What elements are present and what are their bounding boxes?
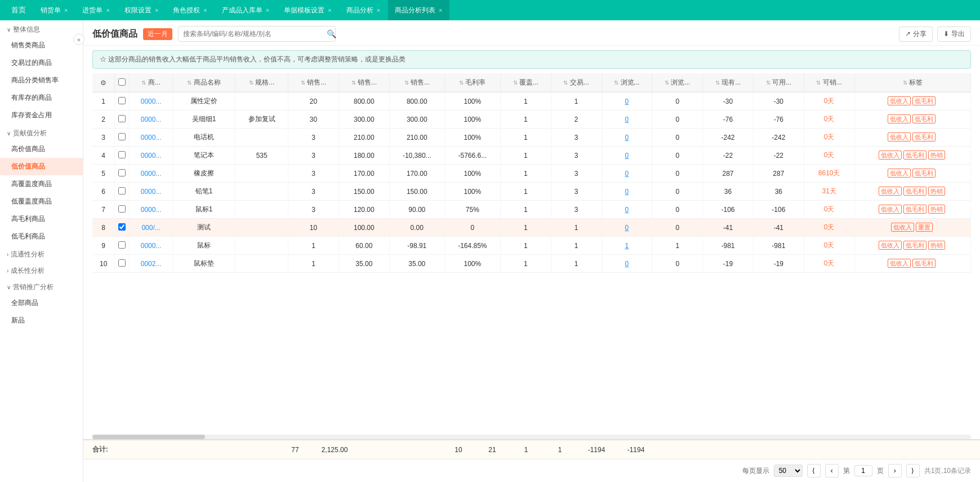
row-view1[interactable]: 0 bbox=[602, 110, 652, 129]
sidebar-item-inventory-products[interactable]: 有库存的商品 bbox=[0, 89, 83, 107]
sidebar-item-inventory-capital[interactable]: 库存资金占用 bbox=[0, 107, 83, 124]
sidebar-item-low-coverage[interactable]: 低覆盖度商品 bbox=[0, 193, 83, 210]
row-sales-qty: 1 bbox=[288, 237, 339, 255]
nav-purchase-order[interactable]: 进货单 × bbox=[75, 0, 116, 20]
row-view1[interactable]: 0 bbox=[602, 219, 652, 237]
row-checkbox[interactable] bbox=[118, 169, 126, 176]
data-table-wrapper[interactable]: ⚙ ⇅ 商... ⇅ 商品名称 ⇅ 规格... ⇅ 销售... ⇅ 销售... … bbox=[83, 73, 980, 435]
row-checkbox[interactable] bbox=[118, 115, 126, 122]
next-page-button[interactable]: › bbox=[888, 464, 902, 477]
row-checkbox[interactable] bbox=[118, 97, 126, 104]
row-view1[interactable]: 1 bbox=[602, 237, 652, 255]
row-tags: 低收入低毛利热销 bbox=[854, 183, 970, 201]
page-size-select[interactable]: 50 100 bbox=[774, 465, 803, 477]
row-checkbox-cell[interactable] bbox=[115, 219, 130, 237]
sidebar-item-high-margin[interactable]: 高毛利商品 bbox=[0, 210, 83, 228]
nav-template-settings[interactable]: 单据模板设置 × bbox=[277, 0, 338, 20]
row-spec bbox=[235, 255, 288, 273]
row-view1[interactable]: 0 bbox=[602, 165, 652, 183]
row-checkbox[interactable] bbox=[118, 223, 126, 231]
close-icon[interactable]: × bbox=[439, 7, 442, 14]
row-checkbox-cell[interactable] bbox=[115, 147, 130, 165]
nav-product-inbound[interactable]: 产成品入库单 × bbox=[215, 0, 276, 20]
sidebar-item-low-value[interactable]: 低价值商品 bbox=[0, 158, 83, 175]
share-button[interactable]: ↗ 分享 bbox=[899, 26, 933, 42]
close-icon[interactable]: × bbox=[155, 7, 158, 14]
nav-product-analysis-list[interactable]: 商品分析列表 × bbox=[388, 0, 449, 20]
sidebar-group-liquidity[interactable]: › 流通性分析 bbox=[0, 245, 83, 262]
row-checkbox[interactable] bbox=[118, 133, 126, 140]
close-icon[interactable]: × bbox=[64, 7, 68, 14]
sidebar-collapse-button[interactable]: « bbox=[73, 34, 84, 45]
nav-product-analysis[interactable]: 商品分析 × bbox=[340, 0, 387, 20]
total-view2: 1 bbox=[543, 446, 577, 454]
row-name: 笔记本 bbox=[172, 147, 235, 165]
row-spec bbox=[235, 165, 288, 183]
nav-home[interactable]: 首页 bbox=[5, 0, 33, 20]
row-view1[interactable]: 0 bbox=[602, 201, 652, 219]
search-button[interactable]: 🔍 bbox=[327, 29, 336, 38]
search-input[interactable] bbox=[178, 26, 336, 42]
row-available: -22 bbox=[753, 147, 804, 165]
first-page-button[interactable]: ⟨ bbox=[807, 464, 821, 477]
row-checkbox[interactable] bbox=[118, 241, 126, 249]
row-checkbox-cell[interactable] bbox=[115, 201, 130, 219]
row-checkbox[interactable] bbox=[118, 151, 126, 158]
close-icon[interactable]: × bbox=[328, 7, 331, 14]
export-button[interactable]: ⬇ 导出 bbox=[937, 26, 971, 42]
row-checkbox-cell[interactable] bbox=[115, 92, 130, 110]
margin-col-header: ⇅ 毛利率 bbox=[444, 73, 500, 92]
time-filter-button[interactable]: 近一月 bbox=[143, 28, 172, 40]
export-icon: ⬇ bbox=[943, 30, 949, 38]
last-page-button[interactable]: ⟩ bbox=[906, 464, 920, 477]
sidebar-group-marketing[interactable]: ∨ 营销推广分析 bbox=[0, 278, 83, 294]
row-checkbox[interactable] bbox=[118, 187, 126, 194]
sidebar-item-high-value[interactable]: 高价值商品 bbox=[0, 140, 83, 158]
row-checkbox[interactable] bbox=[118, 205, 126, 213]
sidebar-item-all-products[interactable]: 全部商品 bbox=[0, 294, 83, 312]
current-page-input[interactable] bbox=[854, 465, 872, 476]
row-checkbox-cell[interactable] bbox=[115, 255, 130, 273]
row-sales-price: 100.00 bbox=[338, 219, 389, 237]
prev-page-button[interactable]: ‹ bbox=[825, 464, 839, 477]
nav-sales-order[interactable]: 销货单 × bbox=[34, 0, 74, 20]
sidebar-item-traded-products[interactable]: 交易过的商品 bbox=[0, 54, 83, 72]
row-checkbox-cell[interactable] bbox=[115, 183, 130, 201]
close-icon[interactable]: × bbox=[377, 7, 380, 14]
row-checkbox-cell[interactable] bbox=[115, 165, 130, 183]
row-checkbox-cell[interactable] bbox=[115, 237, 130, 255]
row-checkbox-cell[interactable] bbox=[115, 129, 130, 147]
row-sales-price: 300.00 bbox=[338, 110, 389, 129]
horizontal-scrollbar[interactable] bbox=[92, 435, 971, 439]
close-icon[interactable]: × bbox=[106, 7, 109, 14]
row-view1[interactable]: 0 bbox=[602, 183, 652, 201]
row-checkbox-cell[interactable] bbox=[115, 110, 130, 129]
nav-role-auth[interactable]: 角色授权 × bbox=[166, 0, 213, 20]
close-icon[interactable]: × bbox=[266, 7, 269, 14]
sidebar-item-category-sales-rate[interactable]: 商品分类销售率 bbox=[0, 72, 83, 89]
row-view2: 0 bbox=[652, 129, 703, 147]
row-view1[interactable]: 0 bbox=[602, 147, 652, 165]
row-current: -76 bbox=[703, 110, 754, 129]
settings-col-header[interactable]: ⚙ bbox=[92, 73, 115, 92]
sidebar-group-growth[interactable]: › 成长性分析 bbox=[0, 262, 83, 278]
sidebar-item-new-products[interactable]: 新品 bbox=[0, 312, 83, 329]
row-checkbox[interactable] bbox=[118, 259, 126, 267]
select-all-checkbox[interactable] bbox=[118, 78, 126, 86]
checkbox-col-header[interactable] bbox=[115, 73, 130, 92]
row-no: 6 bbox=[92, 183, 115, 201]
table-row: 7 0000... 鼠标1 3 120.00 90.00 75% 1 3 0 0… bbox=[92, 201, 971, 219]
row-view1[interactable]: 0 bbox=[602, 255, 652, 273]
sidebar-item-high-coverage[interactable]: 高覆盖度商品 bbox=[0, 175, 83, 193]
close-icon[interactable]: × bbox=[203, 7, 207, 14]
row-current: -19 bbox=[703, 255, 754, 273]
row-no: 2 bbox=[92, 110, 115, 129]
row-view1[interactable]: 0 bbox=[602, 129, 652, 147]
total-info: 共1页,10条记录 bbox=[924, 466, 971, 476]
sidebar-item-low-margin[interactable]: 低毛利商品 bbox=[0, 228, 83, 245]
sidebar-item-sales-products[interactable]: 销售类商品 bbox=[0, 37, 83, 54]
nav-permissions[interactable]: 权限设置 × bbox=[118, 0, 165, 20]
sidebar-group-contribution[interactable]: ∨ 贡献值分析 bbox=[0, 124, 83, 140]
row-view1[interactable]: 0 bbox=[602, 92, 652, 110]
sidebar-group-overall[interactable]: ∨ 整体信息 bbox=[0, 20, 83, 37]
